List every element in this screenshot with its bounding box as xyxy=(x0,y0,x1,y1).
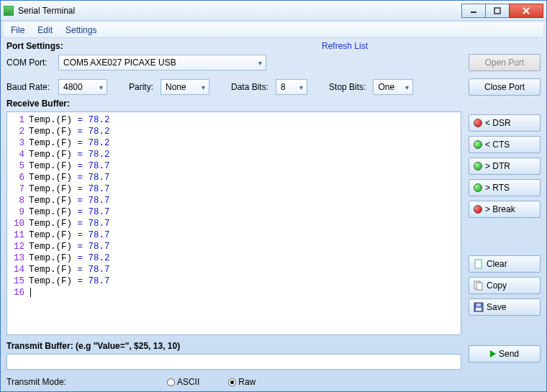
svg-rect-9 xyxy=(476,304,481,306)
com-port-combo[interactable]: COM5 AXE027 PICAXE USB xyxy=(58,55,266,70)
rts-led-icon xyxy=(474,183,482,192)
dsr-button[interactable]: < DSR xyxy=(469,114,541,132)
baud-combo[interactable]: 4800 xyxy=(58,79,107,95)
stop-bits-label: Stop Bits: xyxy=(329,82,366,92)
maximize-button[interactable] xyxy=(485,4,510,18)
dsr-led-icon xyxy=(474,119,482,127)
clear-button[interactable]: Clear xyxy=(469,255,541,273)
transmit-mode-label: Transmit Mode: xyxy=(6,377,66,387)
minimize-button[interactable] xyxy=(461,4,486,18)
stop-bits-combo[interactable]: One xyxy=(373,79,413,95)
port-settings-header: Port Settings: xyxy=(6,41,63,51)
titlebar[interactable]: Serial Terminal xyxy=(1,1,546,21)
receive-header: Receive Buffer: xyxy=(6,99,461,109)
svg-rect-4 xyxy=(475,260,482,268)
menu-edit[interactable]: Edit xyxy=(37,25,53,35)
baud-label: Baud Rate: xyxy=(6,82,51,92)
play-icon xyxy=(490,350,496,357)
receive-buffer[interactable]: 1Temp.(F) = 78.22Temp.(F) = 78.23Temp.(F… xyxy=(6,111,461,335)
window-buttons xyxy=(462,4,543,18)
copy-icon xyxy=(474,281,484,291)
floppy-icon xyxy=(474,302,484,312)
open-port-button[interactable]: Open Port xyxy=(469,54,541,71)
baud-row: Baud Rate: 4800 Parity: None Data Bits: … xyxy=(6,78,541,96)
page-icon xyxy=(474,259,484,269)
copy-button[interactable]: Copy xyxy=(469,277,541,294)
data-bits-label: Data Bits: xyxy=(231,82,268,92)
close-port-button[interactable]: Close Port xyxy=(469,78,541,96)
com-port-label: COM Port: xyxy=(6,58,51,68)
app-icon xyxy=(4,6,14,16)
dtr-button[interactable]: > DTR xyxy=(469,158,541,175)
right-column: < DSR < CTS > DTR > RTS > Break Clear Co… xyxy=(469,99,541,387)
svg-rect-6 xyxy=(476,283,482,290)
break-led-icon xyxy=(474,205,482,214)
left-column: Receive Buffer: 1Temp.(F) = 78.22Temp.(F… xyxy=(6,99,461,387)
transmit-header: Transmit Buffer: (e.g "Value=", $25, 13,… xyxy=(6,341,461,351)
window: Serial Terminal File Edit Settings Port … xyxy=(0,0,547,392)
break-button[interactable]: > Break xyxy=(469,201,541,218)
svg-rect-8 xyxy=(476,308,482,311)
send-button[interactable]: Send xyxy=(469,345,541,363)
menu-settings[interactable]: Settings xyxy=(65,25,96,35)
transmit-input[interactable] xyxy=(6,354,461,370)
dtr-led-icon xyxy=(474,162,482,170)
svg-rect-1 xyxy=(494,8,500,14)
refresh-list-link[interactable]: Refresh List xyxy=(322,41,368,51)
middle: Receive Buffer: 1Temp.(F) = 78.22Temp.(F… xyxy=(6,99,541,387)
cts-button[interactable]: < CTS xyxy=(469,136,541,153)
transmit-mode-row: Transmit Mode: ASCII Raw xyxy=(6,377,461,387)
port-settings-header-row: Port Settings: Refresh List xyxy=(6,41,541,51)
radio-raw[interactable]: Raw xyxy=(228,377,256,387)
menubar: File Edit Settings xyxy=(4,22,543,38)
data-bits-combo[interactable]: 8 xyxy=(276,79,307,95)
close-button[interactable] xyxy=(509,4,543,18)
rts-button[interactable]: > RTS xyxy=(469,179,541,196)
parity-label: Parity: xyxy=(129,82,153,92)
cts-led-icon xyxy=(474,140,482,149)
menu-file[interactable]: File xyxy=(11,25,24,35)
window-title: Serial Terminal xyxy=(18,6,462,16)
com-port-row: COM Port: COM5 AXE027 PICAXE USB Open Po… xyxy=(6,54,541,71)
body: Port Settings: Refresh List COM Port: CO… xyxy=(1,38,546,391)
save-button[interactable]: Save xyxy=(469,298,541,316)
parity-combo[interactable]: None xyxy=(161,79,209,95)
radio-ascii[interactable]: ASCII xyxy=(167,377,199,387)
